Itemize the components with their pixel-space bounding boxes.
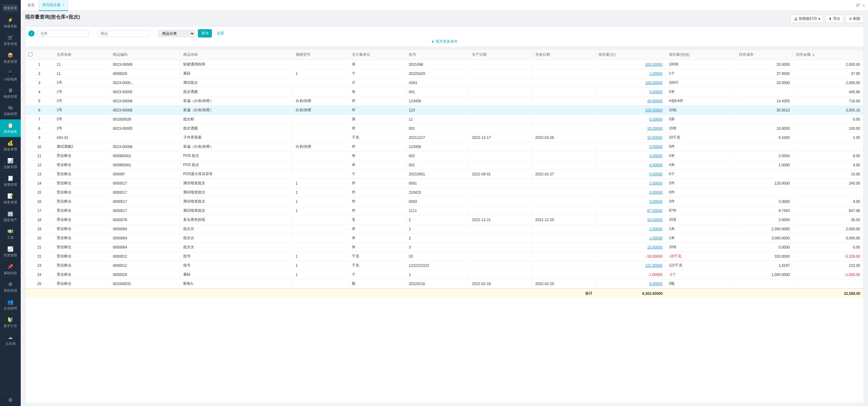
print-button[interactable]: 🖨 按模板打印 ▾ — [790, 14, 824, 23]
td-qty-main[interactable]: 1.00000 — [595, 234, 666, 243]
td-qty-main[interactable]: 100.00000 — [595, 106, 666, 115]
sidebar-item-operations[interactable]: 📈经营管理 — [0, 243, 21, 261]
td-warehouse: 1号 — [53, 78, 110, 88]
td-qty-main[interactable]: 1.00000 — [595, 225, 666, 234]
sidebar-item-micro-commerce[interactable]: 📱小程电商 — [0, 67, 21, 85]
td-store-value: 0.00 — [793, 243, 863, 252]
tab-home[interactable]: 首页 — [24, 0, 39, 11]
td-store-cost — [736, 115, 793, 124]
td-qty-main[interactable]: 0.00000 — [595, 115, 666, 124]
td-spec: 1 — [292, 179, 348, 188]
td-qty-main[interactable]: 0.00000 — [595, 170, 666, 179]
sidebar-item-new-guide[interactable]: 🔰新手引导 — [0, 314, 21, 331]
sidebar-label-micro-commerce: 小程电商 — [4, 77, 17, 81]
product-input[interactable] — [98, 30, 149, 37]
td-code: 0000084 — [110, 234, 180, 243]
export-button[interactable]: ⬆ 导出 — [825, 14, 844, 23]
th-qty-main: 现存量(主) — [595, 49, 666, 60]
table-row: 13 营业粮仓 000097 POS显示库存异常 个 20210901 2021… — [25, 170, 863, 179]
td-code: 0023-00005 — [110, 124, 180, 133]
td-code: 000900001 — [110, 151, 180, 161]
td-store-cost: 1,000.0000 — [736, 270, 793, 279]
td-unit: 床 — [349, 115, 406, 124]
sidebar-item-wholesale[interactable]: 📦批发管理 — [0, 49, 21, 67]
td-qty-main[interactable]: 0.00000 — [595, 279, 666, 289]
select-all-checkbox[interactable] — [28, 53, 32, 56]
td-code: 000900001 — [110, 161, 180, 170]
sidebar-item-collab[interactable]: 👥企业协同 — [0, 296, 21, 314]
sidebar-item-fixed-assets[interactable]: 🏢固定资产 — [0, 208, 21, 225]
close-window-button[interactable]: × — [863, 3, 865, 8]
sidebar-item-tax[interactable]: 📝税务管理 — [0, 190, 21, 208]
sidebar-icon-basic-info: 📌 — [7, 264, 13, 270]
inventory-table: 仓库名称 商品编码 商品名称 规格型号 主计量单位 批号 生产日期 失效日期 现… — [25, 49, 863, 298]
sidebar-item-invoice[interactable]: 🧾发票管理 — [0, 172, 21, 190]
td-qty-main[interactable]: 0.00000 — [595, 88, 666, 97]
sidebar-item-quick-nav[interactable]: ⚡快捷导航 — [0, 14, 21, 32]
sidebar-item-payroll[interactable]: 💵工资 — [0, 225, 21, 243]
td-num: 8 — [25, 124, 53, 133]
filter-nav-button[interactable]: › — [28, 30, 34, 37]
td-expire: 2022-03-26 — [532, 133, 595, 142]
td-warehouse: 营业粮仓 — [53, 270, 110, 279]
td-qty-main[interactable]: 10.00000 — [595, 133, 666, 142]
category-select[interactable]: 商品分类 — [158, 30, 195, 37]
td-qty-main[interactable]: 0.00000 — [595, 142, 666, 151]
sidebar-label-wholesale: 批发管理 — [4, 59, 17, 64]
td-unit: 件 — [349, 142, 406, 151]
tab-close-icon[interactable]: × — [62, 3, 64, 7]
td-qty-main[interactable]: 2.00000 — [595, 179, 666, 188]
sidebar-item-purchase[interactable]: 🛍采购管理 — [0, 102, 21, 120]
td-expire — [532, 142, 595, 151]
page-actions: 🖨 按模板打印 ▾ ⬆ 导出 ↺ 刷新 — [790, 14, 864, 23]
td-produce — [469, 142, 532, 151]
expand-filter-button[interactable]: ▼ 展开更多条件 — [431, 39, 458, 44]
td-qty-main[interactable]: 49.60000 — [595, 97, 666, 106]
tab-active[interactable]: 库存批次量 × — [39, 0, 68, 11]
refresh-button[interactable]: ↺ 刷新 — [845, 14, 864, 23]
td-warehouse: 营业粮仓 — [53, 279, 110, 289]
sidebar-item-inventory[interactable]: 📋库存核查 — [0, 120, 21, 137]
td-qty-main[interactable]: 3.00000 — [595, 197, 666, 206]
sidebar-item-ecommerce[interactable]: 🖥电商管理 — [0, 85, 21, 102]
sidebar-item-retail[interactable]: 🛒零售管理 — [0, 32, 21, 49]
sidebar-item-cloud[interactable]: ☁云应用 — [0, 331, 21, 349]
sidebar-item-general[interactable]: 📊总账管理 — [0, 155, 21, 172]
td-produce — [469, 97, 532, 106]
td-qty-main[interactable]: 100.00000 — [595, 60, 666, 69]
warehouse-input[interactable] — [37, 30, 89, 37]
refresh-label: 刷新 — [853, 16, 860, 21]
td-expire: 2021-12-25 — [532, 215, 595, 225]
td-name: 批次柜 — [180, 115, 292, 124]
td-qty-main[interactable]: 87.00000 — [595, 206, 666, 215]
td-qty-main[interactable]: 10.00000 — [595, 215, 666, 225]
td-qty-main[interactable]: 10.00000 — [595, 124, 666, 133]
td-warehouse: 1号 — [53, 88, 110, 97]
sidebar-item-basic-info[interactable]: 📌基础信息 — [0, 261, 21, 278]
td-qty-stored: 4米 — [665, 151, 736, 161]
restore-button[interactable]: 🗗 — [856, 3, 860, 8]
sidebar-search-button[interactable]: 搜索菜单 — [2, 4, 18, 12]
sidebar-item-system[interactable]: ⚙系统管理 — [0, 278, 21, 296]
td-num: 14 — [25, 179, 53, 188]
sidebar-icon-cloud: ☁ — [8, 334, 13, 340]
td-unit: 个 — [349, 270, 406, 279]
td-batch: 1111 — [405, 206, 469, 215]
td-spec — [292, 151, 348, 161]
settings-link[interactable]: 设置 — [217, 31, 224, 36]
td-store-cost — [736, 88, 793, 97]
td-batch: 1 — [405, 270, 469, 279]
sidebar-settings-button[interactable]: ⚙ — [8, 397, 12, 403]
sidebar-item-capital[interactable]: 💰资金管理 — [0, 137, 21, 155]
td-qty-main[interactable]: 4.00000 — [595, 161, 666, 170]
td-qty-main[interactable]: 0.00000 — [595, 188, 666, 197]
td-qty-main[interactable]: 122.00000 — [595, 261, 666, 270]
td-produce — [469, 188, 532, 197]
search-button[interactable]: 查询 — [198, 29, 212, 37]
td-qty-main[interactable]: 4.00000 — [595, 151, 666, 161]
td-qty-main[interactable]: 1.00000 — [595, 69, 666, 78]
td-store-value — [793, 188, 863, 197]
td-qty-main[interactable]: 10.00000 — [595, 243, 666, 252]
td-name: 富诚（白色/灰橙） — [180, 142, 292, 151]
td-qty-main[interactable]: 100.00000 — [595, 78, 666, 88]
